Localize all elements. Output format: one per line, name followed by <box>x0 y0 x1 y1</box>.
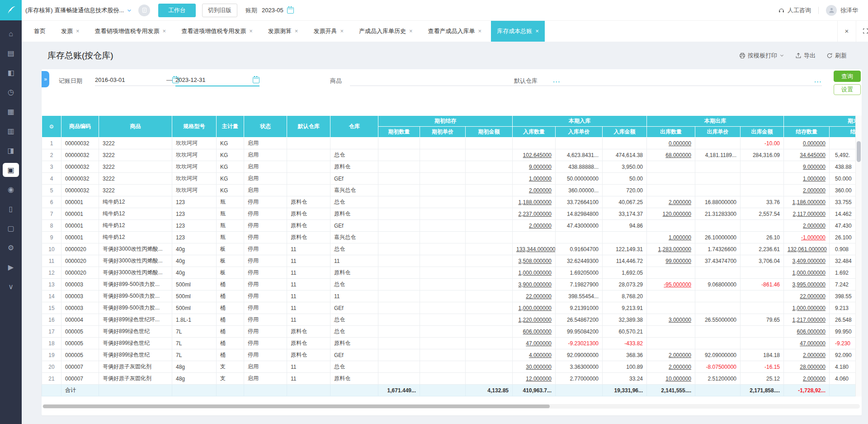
subcol-header-0-1[interactable]: 期初单价 <box>420 127 466 138</box>
drilldown-link[interactable]: 3,995.000000 <box>793 281 826 288</box>
subcol-header-0-0[interactable]: 期初数量 <box>378 127 420 138</box>
drilldown-link[interactable]: 1,220.000000 <box>519 317 552 323</box>
drilldown-link[interactable]: 1,000.000000 <box>519 270 552 276</box>
workbench-button[interactable]: 工作台 <box>158 4 196 17</box>
table-row[interactable]: 5000000323222坎坎坷坷KG启用嘉兴总仓2.000000360.000… <box>42 185 862 196</box>
drilldown-link[interactable]: 1.000000 <box>669 234 691 241</box>
table-row[interactable]: 120000020哥俩好3000改性丙烯酸...40g板停用11原料仓1,000… <box>42 267 862 279</box>
table-row[interactable]: 1000000323222坎坎坷坷KG启用0.000000-10.000.000… <box>42 138 862 149</box>
clipboard-icon[interactable] <box>138 5 150 16</box>
drilldown-link[interactable]: 1,186.000000 <box>793 199 826 205</box>
drilldown-link[interactable]: 99.000000 <box>665 258 691 264</box>
chevron-down-icon[interactable] <box>779 53 784 58</box>
calendar-icon[interactable] <box>287 7 294 14</box>
drilldown-link[interactable]: 2.000000 <box>803 376 826 382</box>
sidebar-item-report[interactable]: ▥ <box>3 124 19 138</box>
sidebar-item-box[interactable]: ▢ <box>3 221 19 235</box>
subcol-header-3-0[interactable]: 结存数量 <box>784 127 830 138</box>
drilldown-link[interactable]: 606.000000 <box>523 329 552 335</box>
drilldown-link[interactable]: 1.000000 <box>529 176 552 182</box>
tab-close-icon[interactable]: × <box>295 28 298 34</box>
drilldown-link[interactable]: 3,409.000000 <box>793 258 826 264</box>
table-row[interactable]: 15000003哥俩好899-500强力胶...500ml桶停用11GEf1,0… <box>42 302 862 314</box>
drilldown-link[interactable]: 606.000000 <box>797 329 826 335</box>
subcol-header-1-1[interactable]: 入库单价 <box>556 127 603 138</box>
drilldown-link[interactable]: 3,900.000000 <box>519 281 552 288</box>
table-row[interactable]: 4000000323222坎坎坷坷KG启用GEf1.00000050.00000… <box>42 173 862 185</box>
drilldown-link[interactable]: 1,000.000000 <box>519 305 552 311</box>
drilldown-link[interactable]: 30.000000 <box>526 364 552 370</box>
table-row[interactable]: 21000007哥俩好原子灰固化剂48g支启用11原料仓12.0000002.7… <box>42 373 862 385</box>
warehouse-picker-ellipsis[interactable]: ... <box>814 77 822 86</box>
sidebar-item-invoice[interactable]: ▤ <box>3 46 19 60</box>
col-header-0[interactable]: 商品编码 <box>61 116 99 138</box>
table-row[interactable]: 7000001纯牛奶12123瓶停用原料仓原料仓2,237.00000014.8… <box>42 208 862 220</box>
drilldown-link[interactable]: 1.000000 <box>803 176 826 182</box>
tab-7[interactable]: 查看产成品入库单× <box>422 20 488 42</box>
table-row[interactable]: 8000001纯牛奶12123瓶停用原料仓GEf2.00000047.43000… <box>42 220 862 232</box>
company-selector[interactable]: (库存核算) 直播畅捷通信息技术股份... <box>25 6 132 14</box>
table-row[interactable]: 18000005哥俩好899绿色世纪7L桶停用原料仓原料仓47.000000-9… <box>42 338 862 349</box>
support-link[interactable]: 人工咨询 <box>788 6 811 14</box>
table-row[interactable]: 3000000323222坎坎坷坷KG启用原料仓9.000000438.8888… <box>42 161 862 173</box>
table-row[interactable]: 20000007哥俩好原子灰固化剂48g支启用11总仓30.0000003.36… <box>42 361 862 373</box>
sidebar-item-media[interactable]: ▶ <box>3 260 19 274</box>
vertical-scrollbar[interactable] <box>855 115 862 396</box>
drilldown-link[interactable]: 47.000000 <box>526 340 552 347</box>
table-row[interactable]: 13000003哥俩好899-500强力胶...500ml桶停用11总仓3,90… <box>42 279 862 291</box>
drilldown-link[interactable]: 2,117.000000 <box>793 211 826 217</box>
sidebar-item-chart[interactable]: ◧ <box>3 66 19 80</box>
drilldown-link[interactable]: 3,508.000000 <box>519 258 552 264</box>
drilldown-link[interactable]: 22.000000 <box>800 293 826 300</box>
tab-8[interactable]: 库存成本总账× <box>491 20 545 42</box>
drilldown-link[interactable]: 133,344.000000 <box>516 246 556 252</box>
drilldown-link[interactable]: 2.000000 <box>803 223 826 229</box>
tab-close-icon[interactable]: × <box>249 28 253 34</box>
drilldown-link[interactable]: 2.000000 <box>803 352 826 358</box>
drilldown-link[interactable]: 22.000000 <box>526 293 552 300</box>
sidebar-item-settings[interactable]: ⚙ <box>3 241 19 255</box>
drilldown-link[interactable]: 1,000.000000 <box>793 270 826 276</box>
filter-expander-button[interactable]: » <box>42 71 49 87</box>
horizontal-scrollbar-thumb[interactable] <box>43 405 550 408</box>
drilldown-link[interactable]: 2.000000 <box>669 352 691 358</box>
drilldown-link[interactable]: 102.645000 <box>523 152 552 158</box>
drilldown-link[interactable]: 2.000000 <box>803 187 826 194</box>
drilldown-link[interactable]: 1,217.000000 <box>793 317 826 323</box>
tab-close-icon[interactable]: × <box>478 28 482 34</box>
fullscreen-icon[interactable] <box>856 20 868 42</box>
print-by-template-button[interactable]: 按模板打印 <box>739 52 784 60</box>
col-header-6[interactable]: 仓库 <box>330 116 378 138</box>
drilldown-link[interactable]: 2.000000 <box>669 199 691 205</box>
sidebar-item-inventory[interactable]: ▣ <box>3 163 19 177</box>
sidebar-item-goods[interactable]: ◨ <box>3 143 19 157</box>
drilldown-link[interactable]: 0.000000 <box>803 140 826 147</box>
export-button[interactable]: 导出 <box>795 52 816 60</box>
subcol-header-2-2[interactable]: 出库金额 <box>741 127 784 138</box>
sidebar-item-device[interactable]: ▯ <box>3 202 19 216</box>
drilldown-link[interactable]: 2.000000 <box>529 187 552 194</box>
tab-2[interactable]: 查看销项增值税专用发票× <box>89 20 172 42</box>
drilldown-link[interactable]: 9.000000 <box>529 164 552 170</box>
drilldown-link[interactable]: 1,283.000000 <box>658 246 691 252</box>
subcol-header-0-2[interactable]: 期初金额 <box>466 127 513 138</box>
switch-old-version-button[interactable]: 切到旧版 <box>202 4 237 17</box>
app-logo[interactable] <box>0 0 22 20</box>
drilldown-link[interactable]: 47.000000 <box>800 340 826 347</box>
subcol-header-1-2[interactable]: 入库金额 <box>603 127 647 138</box>
subcol-header-2-1[interactable]: 出库单价 <box>695 127 741 138</box>
drilldown-link[interactable]: 3.000000 <box>669 317 691 323</box>
date-to-input[interactable]: 2023-12-31 <box>175 73 259 86</box>
vertical-scrollbar-thumb[interactable] <box>857 141 861 162</box>
drilldown-link[interactable]: 68.000000 <box>665 152 691 158</box>
drilldown-link[interactable]: 132,061.000000 <box>788 246 827 252</box>
col-header-2[interactable]: 规格型号 <box>172 116 217 138</box>
table-row[interactable]: 9000001纯牛奶12123瓶停用原料仓嘉兴总仓1.00000026.1000… <box>42 232 862 243</box>
drilldown-link[interactable]: 120.000000 <box>663 211 691 217</box>
table-row[interactable]: 6000001纯牛奶12123瓶停用原料仓总仓1,188.00000033.72… <box>42 196 862 208</box>
drilldown-link[interactable]: -1.000000 <box>801 234 826 241</box>
sidebar-item-cup[interactable]: ◉ <box>3 182 19 196</box>
drilldown-link[interactable]: -95.000000 <box>664 281 691 288</box>
table-row[interactable]: 19000005哥俩好899绿色世纪7L桶停用原料仓GEf4.00000092.… <box>42 349 862 361</box>
avatar[interactable] <box>826 5 837 16</box>
